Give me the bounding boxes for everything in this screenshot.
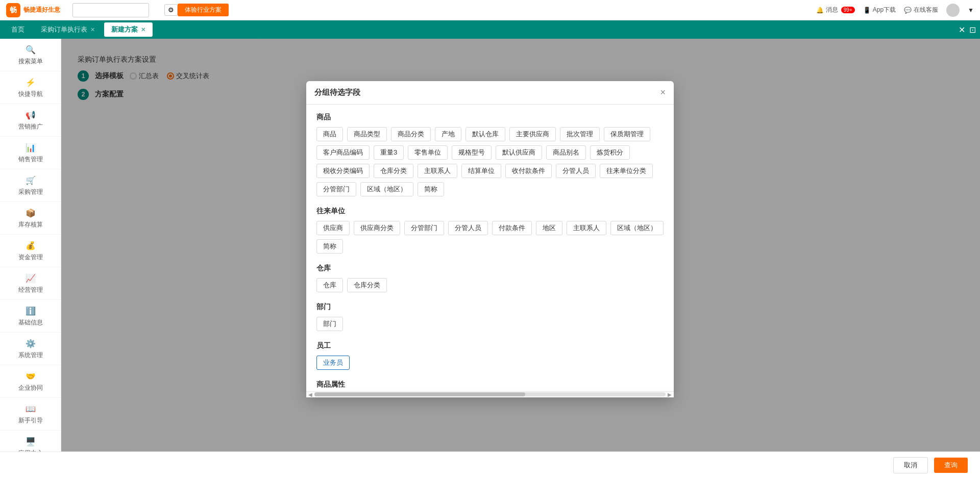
- logo-area: 畅 畅捷通好生意: [6, 3, 67, 17]
- cancel-button[interactable]: 取消: [893, 457, 928, 473]
- field-tag-main-contact[interactable]: 主联系人: [418, 164, 457, 178]
- field-tag-origin[interactable]: 产地: [435, 127, 461, 141]
- expand-icon[interactable]: ▼: [968, 7, 974, 14]
- field-tag-spec-model[interactable]: 规格型号: [452, 145, 492, 160]
- experience-button[interactable]: 体验行业方案: [178, 4, 229, 16]
- section-partners: 往来单位 供应商 供应商分类 分管部门 分管人员 付款条件 地区 主联系人 区域…: [316, 207, 664, 254]
- field-tag-product[interactable]: 商品: [316, 127, 343, 141]
- field-tag-region-area[interactable]: 区域（地区）: [360, 182, 413, 196]
- modal-horizontal-scrollbar[interactable]: ◀ ▶: [306, 391, 674, 397]
- tab-purchase-order[interactable]: 采购订单执行表 ✕: [34, 22, 102, 37]
- sidebar-item-system[interactable]: ⚙️ 系统管理: [0, 333, 61, 365]
- field-tag-retail-unit[interactable]: 零售单位: [408, 145, 448, 160]
- section-warehouse: 仓库 仓库 仓库分类: [316, 264, 664, 292]
- field-tag-customer-code[interactable]: 客户商品编码: [316, 145, 370, 160]
- hscroll-track[interactable]: [314, 392, 666, 396]
- field-tag-payment-terms[interactable]: 收付款条件: [505, 164, 552, 178]
- search-icon: 🔍: [25, 44, 36, 55]
- field-tag-product-alias[interactable]: 商品别名: [546, 145, 586, 160]
- section-products-tags: 商品 商品类型 商品分类 产地 默认仓库 主要供应商 批次管理 保质期管理 客户…: [316, 127, 664, 196]
- sidebar-item-basic-info[interactable]: ℹ️ 基础信息: [0, 300, 61, 333]
- field-tag-partner-category[interactable]: 往来单位分类: [600, 164, 653, 178]
- field-tag-mgr-dept[interactable]: 分管部门: [316, 182, 356, 196]
- sidebar-item-purchase[interactable]: 🛒 采购管理: [0, 169, 61, 202]
- avatar[interactable]: [946, 4, 960, 17]
- section-partners-tags: 供应商 供应商分类 分管部门 分管人员 付款条件 地区 主联系人 区域（地区） …: [316, 221, 664, 254]
- sidebar-item-enterprise[interactable]: 🤝 企业协同: [0, 365, 61, 398]
- hscroll-right-arrow[interactable]: ▶: [668, 392, 672, 397]
- search-input[interactable]: [72, 3, 149, 17]
- field-tag-partner-dept[interactable]: 分管部门: [404, 221, 444, 235]
- field-tag-area[interactable]: 地区: [536, 221, 562, 235]
- top-header: 畅 畅捷通好生意 ⚙ 体验行业方案 🔔 消息 99+ 📱 App下载 💬 在线客…: [0, 0, 980, 20]
- tab-new-plan-close[interactable]: ✕: [141, 27, 145, 33]
- field-tag-default-supplier[interactable]: 默认供应商: [496, 145, 542, 160]
- field-tag-abbrev[interactable]: 简称: [418, 182, 444, 196]
- field-tag-abbrev2[interactable]: 简称: [316, 239, 343, 254]
- section-employee-tags: 业务员: [316, 356, 664, 370]
- modal-title: 分组待选字段: [314, 88, 360, 97]
- field-tag-main-contact2[interactable]: 主联系人: [567, 221, 606, 235]
- sidebar-item-finance[interactable]: 💰 资金管理: [0, 235, 61, 267]
- message-label: 消息: [826, 6, 838, 14]
- field-tag-partner-person[interactable]: 分管人员: [448, 221, 488, 235]
- field-tag-region2[interactable]: 区域（地区）: [610, 221, 664, 235]
- sidebar-item-inventory[interactable]: 📦 库存核算: [0, 202, 61, 235]
- sidebar-item-guide[interactable]: 📖 新手引导: [0, 398, 61, 431]
- field-tag-product-type[interactable]: 商品类型: [347, 127, 387, 141]
- online-service-nav[interactable]: 💬 在线客服: [904, 6, 938, 14]
- field-select-modal: 分组待选字段 × 商品 商品 商品类型 商品分类 产地 默认仓库 主要供应商 批…: [306, 81, 674, 397]
- field-tag-salesperson[interactable]: 业务员: [316, 356, 350, 370]
- field-tag-mgr-person[interactable]: 分管人员: [556, 164, 596, 178]
- sidebar-finance-label: 资金管理: [18, 253, 43, 262]
- message-nav[interactable]: 🔔 消息 99+: [816, 6, 855, 14]
- modal-body: 商品 商品 商品类型 商品分类 产地 默认仓库 主要供应商 批次管理 保质期管理…: [306, 105, 674, 391]
- sidebar-basic-info-label: 基础信息: [18, 318, 43, 327]
- field-tag-warehouse-cat[interactable]: 仓库分类: [347, 278, 387, 292]
- tab-purchase-order-close[interactable]: ✕: [90, 27, 95, 33]
- operations-icon: 📈: [25, 272, 36, 284]
- gear-button[interactable]: ⚙: [164, 4, 178, 16]
- section-employee: 员工 业务员: [316, 341, 664, 370]
- logo-char: 畅: [10, 6, 17, 15]
- field-tag-product-category[interactable]: 商品分类: [391, 127, 431, 141]
- sidebar-item-marketing[interactable]: 📢 营销推广: [0, 104, 61, 137]
- tabs-expand-icon[interactable]: ⊡: [969, 25, 976, 35]
- tab-home[interactable]: 首页: [4, 22, 32, 37]
- field-tag-batch-mgmt[interactable]: 批次管理: [560, 127, 600, 141]
- sidebar-item-search[interactable]: 🔍 搜索菜单: [0, 39, 61, 71]
- field-tag-warehouse[interactable]: 仓库: [316, 278, 343, 292]
- app-download-nav[interactable]: 📱 App下载: [863, 6, 896, 14]
- sidebar-item-quick-nav[interactable]: ⚡ 快捷导航: [0, 71, 61, 104]
- modal-close-button[interactable]: ×: [660, 87, 666, 98]
- field-tag-expiry-mgmt[interactable]: 保质期管理: [604, 127, 650, 141]
- section-department-title: 部门: [316, 303, 664, 312]
- sidebar-marketing-label: 营销推广: [18, 122, 43, 131]
- field-tag-temper-points[interactable]: 炼货积分: [590, 145, 630, 160]
- app-download-label: App下载: [873, 6, 896, 14]
- field-tag-tax-code[interactable]: 税收分类编码: [316, 164, 370, 178]
- field-tag-supplier[interactable]: 供应商: [316, 221, 350, 235]
- section-warehouse-title: 仓库: [316, 264, 664, 273]
- tabs-collapse-icon[interactable]: ✕: [959, 25, 965, 35]
- field-tag-default-warehouse[interactable]: 默认仓库: [465, 127, 505, 141]
- field-tag-warehouse-category[interactable]: 仓库分类: [374, 164, 413, 178]
- field-tag-supplier-category[interactable]: 供应商分类: [354, 221, 400, 235]
- hscroll-thumb[interactable]: [314, 392, 525, 396]
- field-tag-payment-condition[interactable]: 付款条件: [492, 221, 532, 235]
- field-tag-settlement-unit[interactable]: 结算单位: [461, 164, 501, 178]
- sidebar-item-sales[interactable]: 📊 销售管理: [0, 137, 61, 169]
- quick-nav-icon: ⚡: [25, 77, 36, 88]
- chat-icon: 💬: [904, 7, 912, 14]
- sidebar-item-operations[interactable]: 📈 经营管理: [0, 267, 61, 300]
- system-icon: ⚙️: [25, 338, 36, 349]
- field-tag-weight3[interactable]: 重量3: [374, 145, 404, 160]
- purchase-icon: 🛒: [25, 174, 36, 186]
- field-tag-main-supplier[interactable]: 主要供应商: [509, 127, 556, 141]
- confirm-button[interactable]: 查询: [934, 458, 968, 473]
- sidebar: 🔍 搜索菜单 ⚡ 快捷导航 📢 营销推广 📊 销售管理 🛒 采购管理 📦 库存核…: [0, 39, 61, 478]
- hscroll-left-arrow[interactable]: ◀: [308, 392, 312, 397]
- field-tag-department[interactable]: 部门: [316, 317, 343, 331]
- header-search[interactable]: [72, 3, 164, 17]
- tab-new-plan[interactable]: 新建方案 ✕: [104, 22, 153, 37]
